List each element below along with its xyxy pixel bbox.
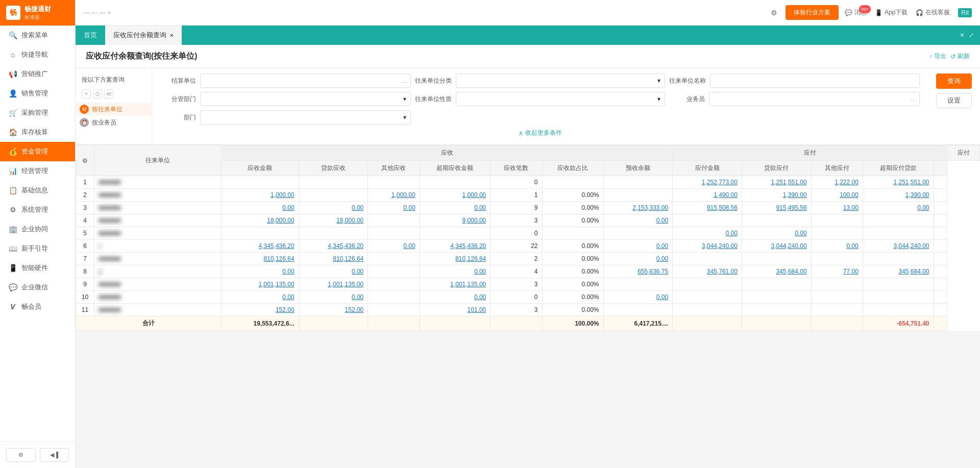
cell-ar_ratio: 0.00%	[542, 214, 603, 227]
settings-btn[interactable]: ⚙	[6, 448, 36, 462]
online-service-button[interactable]: 🎧 在线客服	[916, 8, 950, 17]
cell-ar_prepay	[603, 189, 673, 202]
cell-extra	[934, 189, 947, 202]
cell-ar_prepay: 0.00	[603, 253, 673, 265]
scheme-by-staff[interactable]: ⏰ 按业务员	[76, 116, 152, 129]
sidebar-item-nav[interactable]: ⌂ 快捷导航	[0, 45, 75, 64]
total-ar-loan	[299, 316, 368, 331]
scheme-header: 按以下方案查询	[76, 73, 152, 88]
scheme-collapse-btn[interactable]: ≪	[104, 89, 113, 98]
chart-icon: 📊	[8, 167, 17, 175]
tab-ar-ap[interactable]: 应收应付余额查询 ✕	[105, 26, 182, 45]
cell-ap_loan	[742, 253, 811, 265]
cell-ap_amount	[673, 291, 742, 304]
sidebar-item-search[interactable]: 🔍 搜索菜单	[0, 26, 75, 45]
filter-dept: 部门 ▾	[160, 110, 411, 125]
cell-ar_overdue: 4,345,436.20	[420, 240, 491, 253]
sidebar-item-wechat[interactable]: 💬 企业微信	[0, 278, 75, 297]
col-ap-suffix2	[934, 161, 947, 176]
settlement-unit-input[interactable]	[200, 73, 411, 88]
sidebar-item-marketing[interactable]: 📢 营销推广	[0, 64, 75, 84]
unit-name-input[interactable]	[710, 73, 920, 88]
collapse-btn[interactable]: ◀▐	[40, 448, 69, 462]
house-icon: 🏠	[8, 128, 17, 136]
sidebar-item-finance[interactable]: 💰 资金管理	[0, 142, 75, 161]
cell-ar_other	[368, 253, 420, 265]
sidebar-item-corp[interactable]: 🏢 企业协同	[0, 219, 75, 239]
cell-ar_other: 1,000.00	[368, 189, 420, 202]
scheme-by-unit[interactable]: 财 按往来单位	[76, 103, 152, 116]
messages-button[interactable]: 💬 消息 99+	[845, 8, 867, 17]
unit-nature-chevron-icon: ▾	[657, 95, 660, 103]
col-ap-suffix: 应付	[947, 145, 980, 161]
cell-ar_loan	[299, 189, 368, 202]
cell-ap_overdue	[863, 227, 934, 240]
settlement-unit-dots-icon[interactable]: …	[402, 77, 408, 84]
dept-select[interactable]: ▾	[200, 110, 411, 125]
breadcrumb-text: — — —	[84, 9, 106, 16]
dept-manager-select[interactable]: ▾	[200, 92, 411, 106]
cell-ar_overdue: 101.00	[420, 304, 491, 316]
scheme-options-btn[interactable]: ⊙	[93, 89, 102, 98]
col-settings-icon[interactable]: ⚙	[82, 157, 88, 164]
table-row: 11■■■■■■152.00152.00101.0030.00%	[76, 304, 980, 316]
cell-ap_overdue	[863, 291, 934, 304]
chat-icon: 💬	[8, 283, 17, 291]
col-ar-overdue: 超期应收金额	[420, 161, 491, 176]
sidebar-item-management[interactable]: 📊 经营管理	[0, 161, 75, 181]
tab-close-icon[interactable]: ✕	[169, 33, 174, 38]
cell-ar_overdue: 0.00	[420, 265, 491, 278]
table-row: 1■■■■■■01,252,773.001,251,551.001,222.00…	[76, 176, 980, 189]
cell-ar_amount: 4,345,436.20	[222, 240, 299, 253]
col-group-ar: 应收	[222, 145, 673, 161]
cell-ar_loan: 810,126.64	[299, 253, 368, 265]
sidebar-item-member[interactable]: V 畅会员	[0, 297, 75, 316]
cell-ar_loan	[299, 176, 368, 189]
unit-category-chevron-icon: ▾	[657, 77, 660, 84]
cell-ap_overdue: 1,251,551.00	[863, 176, 934, 189]
close-window-icon[interactable]: ✕	[960, 32, 965, 39]
user-profile[interactable]: Rit	[958, 9, 972, 16]
setting-button[interactable]: 设置	[936, 93, 972, 108]
message-icon: 💬	[845, 9, 852, 16]
sidebar-item-purchase[interactable]: 🛒 采购管理	[0, 103, 75, 122]
unit-nature-select[interactable]: ▾	[456, 92, 666, 106]
col-ap-loan: 贷款应付	[742, 161, 811, 176]
refresh-icon: ↺	[950, 53, 955, 60]
salesman-dots-icon[interactable]: …	[911, 95, 917, 103]
export-button[interactable]: ↑ 导出	[929, 52, 946, 61]
total-ar-ratio: 100.00%	[542, 316, 603, 331]
sidebar-item-guide[interactable]: 📖 新手引导	[0, 239, 75, 258]
sidebar-item-basic[interactable]: 📋 基础信息	[0, 181, 75, 200]
cell-ap_other: 1,222.00	[811, 176, 863, 189]
filter-salesman: 业务员 …	[669, 92, 920, 106]
query-button[interactable]: 查询	[936, 73, 972, 89]
collapse-filter-btn[interactable]: ∧ 收起更多条件	[160, 127, 920, 139]
cart-icon: 🛒	[8, 109, 17, 117]
collapse-icon: ∧	[519, 130, 523, 137]
user-avatar: Rit	[958, 8, 972, 17]
sidebar-item-sales[interactable]: 👤 销售管理	[0, 84, 75, 103]
sidebar-item-system[interactable]: ⚙ 系统管理	[0, 200, 75, 219]
cell-extra	[934, 240, 947, 253]
refresh-button[interactable]: ↺ 刷新	[950, 52, 970, 61]
add-scheme-btn[interactable]: +	[82, 89, 91, 98]
cell-ar_loan: 0.00	[299, 265, 368, 278]
data-table: ⚙ 往来单位 应收 应付 应付 应收金额 贷款应收 其他应收 超期应收金额 应收…	[76, 145, 980, 331]
salesman-input[interactable]	[709, 92, 920, 106]
unit-category-select[interactable]: ▾	[456, 73, 666, 88]
promo-button[interactable]: 体验行业方案	[786, 5, 839, 20]
settlement-input-wrap: …	[200, 73, 411, 88]
maximize-window-icon[interactable]: ⤢	[969, 32, 974, 39]
sidebar-item-hardware[interactable]: 📱 智能硬件	[0, 258, 75, 278]
cell-ar_ratio: 0.00%	[542, 291, 603, 304]
collapse-icon: ◀▐	[50, 452, 58, 458]
cell-ap_amount: 3,044,240.00	[673, 240, 742, 253]
app-download-button[interactable]: 📱 App下载	[875, 8, 908, 17]
row-num: 10	[76, 291, 94, 304]
header-gear-icon[interactable]: ⚙	[769, 7, 779, 19]
sidebar-item-inventory[interactable]: 🏠 库存核算	[0, 122, 75, 142]
tab-home[interactable]: 首页	[76, 26, 105, 45]
cell-ar_amount: 18,000.00	[222, 214, 299, 227]
table-row: 2■■■■■■1,000.001,000.001,000.0010.00%1,4…	[76, 189, 980, 202]
